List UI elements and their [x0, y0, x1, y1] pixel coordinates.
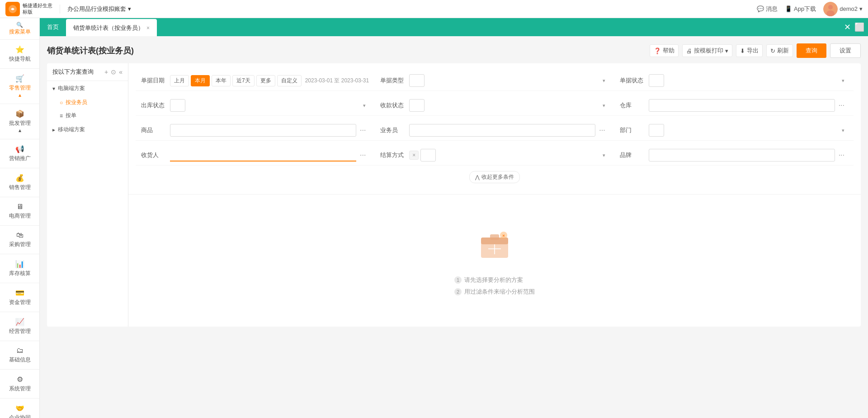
scheme-item-salesperson[interactable]: ○ 按业务员 [47, 96, 128, 109]
empty-hints: 1 请先选择要分析的方案 2 用过滤条件来缩小分析范围 [454, 276, 535, 299]
sidebar-item-wholesale[interactable]: 📦 批发管理 ▴ [0, 104, 39, 139]
tab-home[interactable]: 首页 [40, 18, 66, 36]
user-action[interactable]: demo2 ▾ [823, 2, 863, 16]
sidebar-item-base[interactable]: 🗂 基础信息 [0, 341, 39, 370]
out-status-select[interactable] [170, 99, 185, 112]
date-last-month[interactable]: 上月 [170, 75, 189, 86]
doc-type-select[interactable] [409, 74, 425, 87]
scheme-group-mobile-header[interactable]: ▸ 移动端方案 [47, 122, 128, 137]
sidebar-item-enterprise[interactable]: 🤝 企业协同 [0, 399, 39, 418]
close-window-icon[interactable]: ✕ [844, 22, 851, 32]
collapse-button[interactable]: ⋀ 收起更多条件 [469, 171, 520, 183]
filter-settlement: 结算方式 × [375, 145, 614, 166]
collapse-scheme-icon[interactable]: « [119, 68, 123, 76]
date-more[interactable]: 更多 [256, 75, 275, 86]
tab-close-icon[interactable]: × [146, 25, 150, 31]
filter-area: 单据日期 上月 本月 本年 近7天 更多 自定义 2023-03-01 至 20… [128, 63, 861, 195]
filter-dept: 部门 [614, 120, 854, 141]
inner-content: 单据日期 上月 本月 本年 近7天 更多 自定义 2023-03-01 至 20… [128, 63, 861, 327]
scheme-header: 按以下方案查询 + ⊙ « [47, 63, 128, 81]
chevron-down-icon: ▾ [725, 48, 728, 54]
hint-2-num: 2 [454, 288, 462, 295]
page-content: 销货单统计表(按业务员) ❓ 帮助 🖨 按模板打印 ▾ ⬇ [40, 36, 868, 418]
settlement-tag-close[interactable]: × [412, 152, 415, 158]
scheme-item-icon: ○ [60, 100, 63, 106]
scheme-panel: 按以下方案查询 + ⊙ « ▾ 电脑端方案 [47, 63, 128, 327]
top-bar-left: 畅捷通好生意 标版 办公用品行业模拟账套 ▾ [5, 2, 131, 16]
date-7days[interactable]: 近7天 [232, 75, 255, 86]
inner-layout: 按以下方案查询 + ⊙ « ▾ 电脑端方案 [47, 63, 861, 327]
collapse-icon: ⋀ [475, 174, 480, 180]
date-filter: 上月 本月 本年 近7天 更多 自定义 2023-03-01 至 2023-03… [170, 75, 369, 86]
scheme-group-desktop: ▾ 电脑端方案 ○ 按业务员 ≡ 按单 [47, 81, 128, 122]
sidebar-item-retail[interactable]: 🛒 零售管理 ▴ [0, 69, 39, 104]
scheme-group-desktop-header[interactable]: ▾ 电脑端方案 [47, 81, 128, 96]
scheme-header-actions: + ⊙ « [104, 68, 123, 76]
dept-select[interactable] [649, 124, 664, 137]
query-button[interactable]: 查询 [797, 43, 826, 58]
filter-salesperson: 业务员 ··· [375, 120, 614, 141]
help-icon: ❓ [654, 48, 661, 54]
consignee-input[interactable] [170, 149, 356, 162]
date-this-year[interactable]: 本年 [212, 75, 231, 86]
goods-input[interactable] [170, 124, 356, 137]
help-button[interactable]: ❓ 帮助 [650, 44, 679, 57]
export-button[interactable]: ⬇ 导出 [736, 44, 763, 57]
edit-scheme-icon[interactable]: ⊙ [111, 68, 116, 76]
refresh-icon: ↻ [770, 48, 775, 54]
empty-hint-2: 2 用过滤条件来缩小分析范围 [454, 288, 535, 296]
logo-area: 畅捷通好生意 标版 [5, 2, 52, 16]
doc-status-select[interactable] [649, 74, 664, 87]
app-download-action[interactable]: 📱 App下载 [785, 5, 816, 13]
add-scheme-icon[interactable]: + [104, 68, 108, 76]
salesperson-more-icon[interactable]: ··· [595, 126, 609, 134]
refresh-button[interactable]: ↻ 刷新 [766, 44, 793, 57]
main-body: 🔍 搜索菜单 ⭐ 快捷导航 🛒 零售管理 ▴ 📦 批发管理 ▴ 📢 营销推广 [0, 18, 868, 418]
sidebar-item-sales[interactable]: 💰 销售管理 [0, 168, 39, 197]
print-icon: 🖨 [686, 48, 692, 54]
filter-brand: 品牌 ··· [614, 145, 854, 166]
filter-consignee: 收货人 ··· [136, 145, 375, 166]
date-custom[interactable]: 自定义 [277, 75, 302, 86]
brand-more-icon[interactable]: ··· [835, 151, 848, 159]
logo-text: 畅捷通好生意 标版 [23, 3, 52, 14]
tab-active[interactable]: 销货单统计表（按业务员） × [66, 19, 157, 37]
settlement-select[interactable] [420, 149, 436, 162]
sidebar-item-ecommerce[interactable]: 🖥 电商管理 [0, 197, 39, 226]
sidebar-item-system[interactable]: ⚙ 系统管理 [0, 370, 39, 399]
maximize-icon[interactable]: ⬜ [854, 22, 864, 32]
sidebar-item-marketing[interactable]: 📢 营销推广 [0, 139, 39, 168]
message-action[interactable]: 💬 消息 [757, 5, 778, 13]
svg-rect-6 [490, 234, 499, 240]
export-icon: ⬇ [740, 48, 745, 54]
filter-row-1: 单据日期 上月 本月 本年 近7天 更多 自定义 2023-03-01 至 20… [136, 71, 854, 91]
app-selector[interactable]: 办公用品行业模拟账套 ▾ [67, 5, 131, 13]
sidebar-item-inventory[interactable]: 📊 库存核算 [0, 254, 39, 283]
goods-more-icon[interactable]: ··· [356, 126, 369, 134]
warehouse-more-icon[interactable]: ··· [835, 101, 848, 109]
sidebar: 🔍 搜索菜单 ⭐ 快捷导航 🛒 零售管理 ▴ 📦 批发管理 ▴ 📢 营销推广 [0, 18, 40, 418]
salesperson-input[interactable] [409, 124, 595, 137]
sidebar-item-quicknav[interactable]: ⭐ 快捷导航 [0, 40, 39, 69]
consignee-more-icon[interactable]: ··· [356, 151, 369, 159]
sidebar-item-ops[interactable]: 📈 经营管理 [0, 312, 39, 341]
filter-goods: 商品 ··· [136, 120, 375, 141]
top-bar: 畅捷通好生意 标版 办公用品行业模拟账套 ▾ 💬 消息 📱 App下载 [0, 0, 868, 18]
filter-warehouse: 仓库 ··· [614, 95, 854, 116]
top-bar-right: 💬 消息 📱 App下载 demo2 ▾ [757, 2, 863, 16]
setting-button[interactable]: 设置 [830, 43, 861, 58]
arrow-right-icon: ▸ [52, 127, 55, 133]
sidebar-item-finance[interactable]: 💳 资金管理 [0, 283, 39, 312]
date-this-month[interactable]: 本月 [191, 75, 210, 86]
collapse-row: ⋀ 收起更多条件 [136, 167, 854, 187]
template-print-button[interactable]: 🖨 按模板打印 ▾ [682, 44, 732, 57]
receipt-status-select[interactable] [409, 99, 425, 112]
content-area: 首页 销货单统计表（按业务员） × ✕ ⬜ 销货单统计表(按业务员) [40, 18, 868, 418]
sidebar-item-purchase[interactable]: 🛍 采购管理 [0, 226, 39, 254]
scheme-item-order[interactable]: ≡ 按单 [47, 109, 128, 122]
empty-illustration [472, 222, 517, 267]
warehouse-input[interactable] [649, 99, 835, 112]
sidebar-item-search[interactable]: 🔍 搜索菜单 [0, 18, 39, 40]
filter-row-4: 收货人 ··· 结算方式 × [136, 145, 854, 166]
brand-input[interactable] [649, 149, 835, 162]
